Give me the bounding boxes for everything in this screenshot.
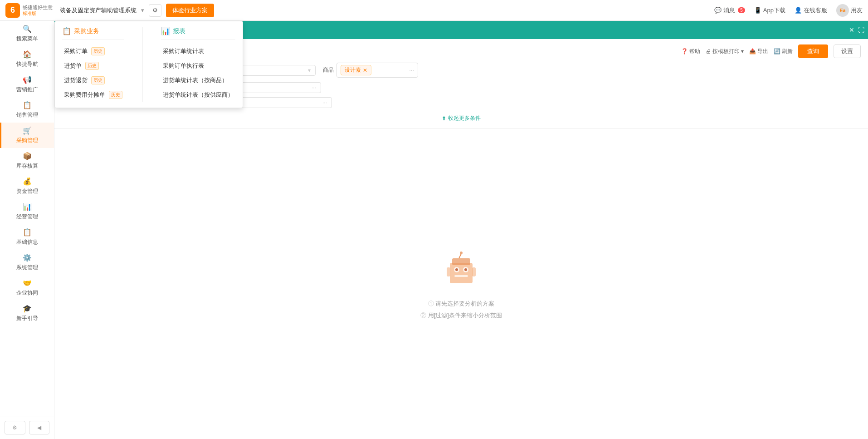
customer-more-icon[interactable]: ··· — [322, 99, 327, 106]
sidebar-item-finance[interactable]: 💰 资金管理 — [0, 173, 54, 199]
megaphone-icon: 📢 — [23, 75, 32, 84]
filter-customer: 客户 ··· — [228, 97, 332, 108]
sidebar-item-sales[interactable]: 📋 销售管理 — [0, 97, 54, 123]
chevron-down-icon: ▾ — [308, 67, 311, 74]
user-button[interactable]: Ea 用友 — [836, 4, 863, 17]
industry-button[interactable]: 体验行业方案 — [166, 4, 214, 17]
menu-item-in-stat-product[interactable]: 进货单统计表（按商品） — [161, 73, 235, 88]
query-button[interactable]: 查询 — [798, 44, 828, 58]
phone-icon: 📱 — [754, 7, 761, 14]
empty-state: 请先选择要分析的方案 用[过滤]条件来缩小分析范围 — [54, 129, 868, 439]
sidebar-item-collab[interactable]: 🤝 企业协同 — [0, 275, 54, 301]
collapse-up-icon: ⬆ — [442, 115, 446, 122]
menu-item-in-stat-supplier[interactable]: 进货单统计表（按供应商） — [161, 88, 235, 102]
customer-input[interactable]: ··· — [241, 97, 332, 108]
basic-icon: 📋 — [23, 228, 32, 237]
print-icon: 🖨 — [706, 48, 711, 54]
svg-point-10 — [460, 252, 463, 254]
svg-line-9 — [459, 254, 461, 258]
salesman-more-icon[interactable]: ··· — [312, 84, 316, 91]
tab-close-all-icon[interactable]: ✕ — [849, 26, 854, 34]
home-icon: 🏠 — [23, 50, 32, 59]
dropdown-menu: 📋 采购业务 采购订单 历史 进货单 历史 进货退货 历史 采购费用分摊单 历史 — [54, 21, 243, 108]
guide-icon: 🎓 — [23, 304, 32, 313]
print-dropdown-icon[interactable]: ▾ — [741, 48, 744, 54]
sys-title: 装备及固定资产辅助管理系统 — [60, 6, 137, 15]
sidebar-item-guide[interactable]: 🎓 新手引导 — [0, 301, 54, 326]
logo-icon: 6 — [5, 3, 20, 18]
report-menu-icon: 📊 — [161, 27, 170, 35]
sidebar-item-search[interactable]: 🔍 搜索菜单 — [0, 21, 54, 46]
menu-divider — [142, 27, 143, 102]
more-dots-icon[interactable]: ··· — [409, 67, 414, 74]
sidebar-collapse-button[interactable]: ◀ — [29, 421, 50, 434]
top-header: 6 畅捷通好生意 标准版 装备及固定资产辅助管理系统 ▾ ⚙ 体验行业方案 💬 … — [0, 0, 868, 21]
service-icon: 👤 — [795, 7, 802, 14]
menu-item-purchase-order[interactable]: 采购订单 历史 — [62, 44, 124, 59]
finance-icon: 💰 — [23, 177, 32, 186]
sidebar-item-marketing[interactable]: 📢 营销推广 — [0, 72, 54, 97]
operation-icon: 📊 — [23, 202, 32, 211]
menu-section-purchase: 📋 采购业务 采购订单 历史 进货单 历史 进货退货 历史 采购费用分摊单 历史 — [62, 27, 124, 102]
product-input[interactable]: 设计素 ✕ ··· — [336, 63, 418, 78]
message-badge: 5 — [738, 7, 745, 13]
dropdown-menu-overlay: 📋 采购业务 采购订单 历史 进货单 历史 进货退货 历史 采购费用分摊单 历史 — [54, 21, 243, 108]
product-tag: 设计素 ✕ — [341, 65, 371, 75]
collapse-button[interactable]: ⬆ 收起更多条件 — [62, 112, 861, 123]
avatar: Ea — [836, 4, 849, 17]
sidebar-item-inventory[interactable]: 📦 库存核算 — [0, 148, 54, 173]
sidebar: 🔍 搜索菜单 🏠 快捷导航 📢 营销推广 📋 销售管理 🛒 采购管理 📦 库存核… — [0, 21, 54, 439]
svg-rect-6 — [454, 275, 468, 277]
empty-text: 请先选择要分析的方案 用[过滤]条件来缩小分析范围 — [420, 298, 502, 321]
header-middle: 装备及固定资产辅助管理系统 ▾ ⚙ 体验行业方案 — [60, 4, 714, 17]
collab-icon: 🤝 — [23, 279, 32, 287]
report-section-title: 📊 报表 — [161, 27, 235, 39]
export-icon: 📤 — [749, 48, 756, 54]
app-download-button[interactable]: 📱 App下载 — [754, 6, 785, 15]
print-button[interactable]: 🖨 按模板打印 ▾ — [706, 48, 744, 55]
online-service-button[interactable]: 👤 在线客服 — [795, 6, 827, 15]
empty-illustration — [439, 247, 484, 292]
sidebar-item-quicknav[interactable]: 🏠 快捷导航 — [0, 46, 54, 72]
sidebar-settings-button[interactable]: ⚙ — [5, 421, 25, 434]
header-right: 💬 消息 5 📱 App下载 👤 在线客服 Ea 用友 — [714, 4, 863, 17]
svg-rect-0 — [450, 263, 473, 283]
svg-rect-7 — [447, 267, 450, 276]
svg-point-5 — [464, 268, 467, 271]
sales-icon: 📋 — [23, 101, 32, 109]
message-button[interactable]: 💬 消息 5 — [714, 6, 745, 15]
menu-item-purchase-in[interactable]: 进货单 历史 — [62, 59, 124, 73]
salesman-input[interactable]: ··· — [230, 82, 321, 93]
set-button[interactable]: 设置 — [834, 44, 861, 58]
search-icon: 🔍 — [23, 25, 32, 33]
tab-bar-right: ✕ ⛶ — [849, 26, 864, 34]
svg-rect-1 — [452, 258, 470, 265]
filter-product: 商品 设计素 ✕ ··· — [323, 63, 418, 78]
sidebar-bottom: ⚙ ◀ — [0, 416, 54, 439]
purchase-menu-icon: 📋 — [62, 27, 71, 35]
sidebar-item-operation[interactable]: 📊 经营管理 — [0, 199, 54, 224]
svg-rect-8 — [472, 267, 476, 276]
menu-section-report: 📊 报表 采购订单统计表 采购订单执行表 进货单统计表（按商品） 进货单统计表（… — [161, 27, 235, 102]
menu-item-purchase-return[interactable]: 进货退货 历史 — [62, 73, 124, 88]
menu-item-po-stat[interactable]: 采购订单统计表 — [161, 44, 235, 59]
export-button[interactable]: 📤 导出 — [749, 48, 768, 55]
chevron-down-icon[interactable]: ▾ — [141, 7, 144, 14]
message-icon: 💬 — [714, 7, 722, 14]
menu-item-po-exec[interactable]: 采购订单执行表 — [161, 59, 235, 73]
refresh-button[interactable]: 🔄 刷新 — [774, 48, 793, 55]
svg-point-4 — [455, 268, 458, 271]
menu-item-purchase-fee[interactable]: 采购费用分摊单 历史 — [62, 88, 124, 102]
sidebar-item-purchase[interactable]: 🛒 采购管理 — [0, 123, 54, 148]
settings-icon[interactable]: ⚙ — [149, 4, 161, 17]
purchase-section-title: 📋 采购业务 — [62, 27, 124, 39]
logo-area: 6 畅捷通好生意 标准版 — [5, 3, 60, 18]
tab-expand-icon[interactable]: ⛶ — [858, 26, 864, 34]
help-button[interactable]: ❓ 帮助 — [681, 48, 700, 55]
purchase-icon: 🛒 — [23, 126, 32, 135]
tag-close-icon[interactable]: ✕ — [363, 67, 367, 74]
system-icon: ⚙️ — [23, 253, 32, 262]
sidebar-item-basic[interactable]: 📋 基础信息 — [0, 224, 54, 250]
help-icon: ❓ — [681, 48, 688, 54]
sidebar-item-system[interactable]: ⚙️ 系统管理 — [0, 250, 54, 275]
